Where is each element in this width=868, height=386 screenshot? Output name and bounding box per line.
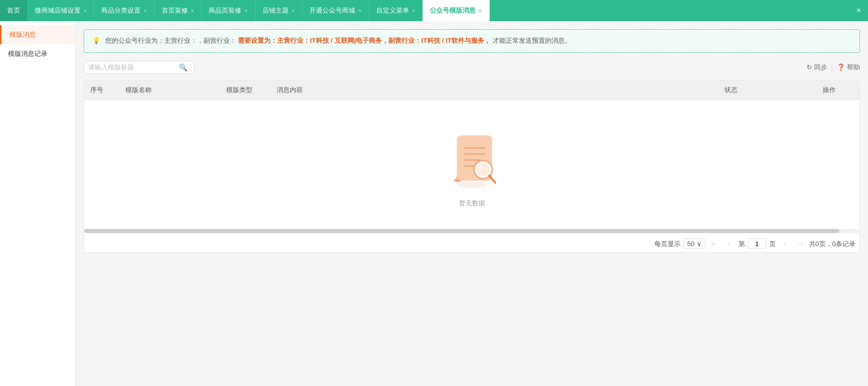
empty-state: 暂无数据 (84, 100, 859, 228)
page-last-button[interactable]: ⊣ (794, 238, 806, 250)
close-all-icon: × (856, 6, 861, 15)
top-nav: 首页 微商城店铺设置 × 商品分类设置 × 首页装修 × 商品页装修 × 店铺主… (0, 0, 868, 21)
notice-suffix: 才能正常发送预置的消息。 (493, 37, 571, 44)
page-size-chevron-icon: ∨ (697, 240, 702, 248)
page-size-select[interactable]: 50 ∨ (684, 239, 705, 249)
nav-tab-store-settings-label: 微商城店铺设置 (35, 6, 81, 15)
toolbar-divider: | (831, 63, 833, 71)
col-header-action: 操作 (799, 81, 859, 100)
page-first-button[interactable]: ⊢ (708, 238, 720, 250)
page-size-value: 50 (687, 240, 694, 248)
sidebar-item-template-msg-log-label: 模版消息记录 (8, 50, 47, 57)
notice-prefix: 您的公众号行业为：主营行业：，副营行业： (105, 37, 236, 44)
nav-tab-store-settings[interactable]: 微商城店铺设置 × (28, 0, 94, 21)
search-icon[interactable]: 🔍 (179, 63, 187, 71)
sync-label: 同步 (814, 63, 827, 72)
col-header-status: 状态 (718, 81, 799, 100)
horizontal-scrollbar[interactable] (84, 229, 859, 233)
nav-tab-open-wechat-store[interactable]: 开通公众号商城 × (302, 0, 369, 21)
sidebar: 模版消息 模版消息记录 (0, 21, 76, 386)
sync-icon: ↻ (807, 63, 812, 71)
content-area: 💡 您的公众号行业为：主营行业：，副营行业： 需要设置为：主营行业：IT科技 /… (76, 21, 868, 386)
nav-tab-custom-menu[interactable]: 自定义菜单 × (369, 0, 423, 21)
notice-highlight: 需要设置为：主营行业：IT科技 / 互联网|电子商务，副营行业：IT科技 / I… (238, 37, 491, 44)
help-button[interactable]: ❓ 帮助 (837, 63, 860, 72)
page-next-button[interactable]: › (779, 238, 791, 250)
toolbar-right: ↻ 同步 | ❓ 帮助 (807, 63, 860, 72)
nav-tab-home-decor-label: 首页装修 (162, 6, 188, 15)
pagination: 每页显示 50 ∨ ⊢ ‹ 第 页 › ⊣ 共0页，0条记录 (84, 233, 859, 252)
notice-box: 💡 您的公众号行业为：主营行业：，副营行业： 需要设置为：主营行业：IT科技 /… (84, 29, 860, 53)
help-icon: ❓ (837, 63, 845, 71)
nav-tab-open-wechat-store-label: 开通公众号商城 (309, 6, 355, 15)
empty-icon (442, 130, 502, 191)
svg-point-6 (477, 163, 490, 176)
table-header: 序号 模版名称 模版类型 消息内容 状态 操作 (84, 81, 859, 100)
page-prev-button[interactable]: ‹ (723, 238, 736, 250)
col-header-seq: 序号 (84, 81, 119, 100)
col-header-name: 模版名称 (119, 81, 220, 100)
nav-tab-category-settings-close[interactable]: × (144, 8, 147, 14)
nav-tab-product-decor[interactable]: 商品页装修 × (202, 0, 255, 21)
scrollbar-thumb[interactable] (84, 229, 839, 233)
nav-tab-home-decor[interactable]: 首页装修 × (155, 0, 202, 21)
nav-tab-home[interactable]: 首页 (0, 0, 28, 21)
sidebar-item-template-msg[interactable]: 模版消息 (0, 25, 75, 44)
nav-tab-template-msg[interactable]: 公众号模版消息 × (423, 0, 489, 21)
nav-tab-product-decor-label: 商品页装修 (209, 6, 241, 15)
main-layout: 模版消息 模版消息记录 💡 您的公众号行业为：主营行业：，副营行业： 需要设置为… (0, 21, 868, 386)
nav-tab-store-theme[interactable]: 店铺主题 × (255, 0, 302, 21)
total-label: 共0页，0条记录 (809, 240, 855, 249)
empty-text: 暂无数据 (459, 199, 485, 208)
nav-tab-product-decor-close[interactable]: × (244, 8, 247, 14)
nav-tab-store-theme-label: 店铺主题 (262, 6, 289, 15)
page-input[interactable] (748, 239, 766, 249)
search-input-wrap[interactable]: 🔍 (84, 61, 194, 74)
nav-tab-category-settings[interactable]: 商品分类设置 × (94, 0, 154, 21)
page-unit: 页 (769, 240, 776, 249)
notice-icon: 💡 (92, 37, 100, 44)
nav-tab-custom-menu-label: 自定义菜单 (376, 6, 409, 15)
search-bar: 🔍 ↻ 同步 | ❓ 帮助 (84, 61, 860, 74)
search-input[interactable] (88, 63, 179, 71)
nav-tab-custom-menu-close[interactable]: × (412, 8, 415, 14)
nav-tab-template-msg-close[interactable]: × (479, 8, 482, 14)
nav-tab-category-settings-label: 商品分类设置 (101, 6, 141, 15)
nav-tab-store-settings-close[interactable]: × (84, 8, 87, 14)
data-table: 序号 模版名称 模版类型 消息内容 状态 操作 (84, 80, 860, 253)
close-all-button[interactable]: × (849, 0, 868, 21)
nav-tab-open-wechat-store-close[interactable]: × (358, 8, 361, 14)
nav-tab-store-theme-close[interactable]: × (292, 8, 295, 14)
col-header-type: 模版类型 (220, 81, 271, 100)
sidebar-item-template-msg-log[interactable]: 模版消息记录 (0, 44, 75, 63)
nav-tab-template-msg-label: 公众号模版消息 (430, 6, 476, 15)
nav-tab-home-label: 首页 (7, 6, 20, 15)
svg-point-8 (479, 165, 483, 169)
page-size-label: 每页显示 (654, 240, 681, 249)
help-label: 帮助 (847, 63, 860, 72)
sidebar-item-template-msg-label: 模版消息 (10, 31, 36, 38)
sync-button[interactable]: ↻ 同步 (807, 63, 827, 72)
svg-point-0 (457, 182, 487, 188)
page-label: 第 (739, 240, 745, 249)
col-header-content: 消息内容 (271, 81, 718, 100)
nav-tab-home-decor-close[interactable]: × (191, 8, 194, 14)
